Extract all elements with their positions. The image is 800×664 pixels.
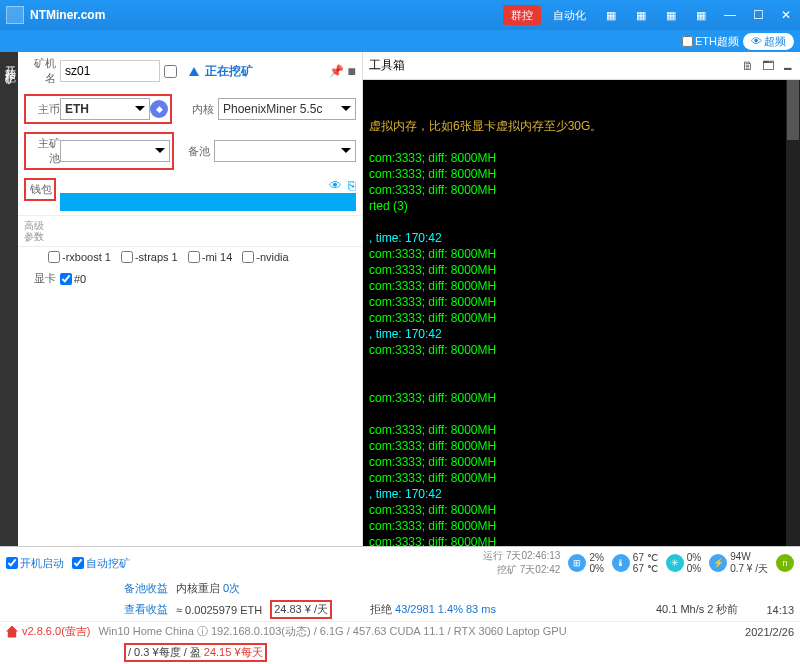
auto-mine-checkbox[interactable]: 自动挖矿: [72, 556, 130, 571]
temp-value: 67 ℃: [633, 552, 658, 563]
clock-time: 14:13: [766, 604, 794, 616]
backup-pool-label: 备池: [178, 144, 210, 159]
coin-dropdown[interactable]: ETH: [60, 98, 150, 120]
opt-rxboost-checkbox[interactable]: -rxboost 1: [48, 251, 111, 263]
console-line: com:3333; diff: 8000MH: [369, 182, 794, 198]
console-panel: 工具箱 🗎 🗔 🗕 虚拟内存，比如6张显卡虚拟内存至少30G。 com:3333…: [363, 52, 800, 546]
power-icon: ⚡: [709, 554, 727, 572]
opt-straps-checkbox[interactable]: -straps 1: [121, 251, 178, 263]
console-line: com:3333; diff: 8000MH: [369, 278, 794, 294]
console-scrollbar[interactable]: [786, 80, 800, 546]
eth-overclock-checkbox[interactable]: ETH超频: [682, 34, 739, 49]
toolbar-icon-4[interactable]: ▦: [688, 5, 714, 25]
runtime-value: 7天02:46:13: [506, 550, 561, 561]
miner-name-checkbox[interactable]: [164, 65, 177, 78]
console-line: [369, 406, 794, 422]
cpu-icon: ⊞: [568, 554, 586, 572]
console-line: [369, 134, 794, 150]
temp-icon: 🌡: [612, 554, 630, 572]
kernel-label: 内核: [182, 102, 214, 117]
console-line: rted (3): [369, 198, 794, 214]
console-line: 虚拟内存，比如6张显卡虚拟内存至少30G。: [369, 118, 794, 134]
fan-icon: ✳: [666, 554, 684, 572]
stop-mining-button[interactable]: ■: [348, 63, 356, 79]
console-icon-3[interactable]: 🗕: [782, 59, 794, 73]
automation-button[interactable]: 自动化: [545, 5, 594, 25]
console-line: com:3333; diff: 8000MH: [369, 438, 794, 454]
console-line: com:3333; diff: 8000MH: [369, 422, 794, 438]
mining-time-value: 7天02:42: [520, 564, 561, 575]
console-line: com:3333; diff: 8000MH: [369, 246, 794, 262]
status-bar: 开机启动 自动挖矿 运行 7天02:46:13 挖矿 7天02:42 ⊞ 2%0…: [0, 546, 800, 664]
console-icon-1[interactable]: 🗎: [742, 59, 754, 73]
profit-box: / 0.3 ¥每度 / 盈 24.15 ¥每天: [124, 643, 267, 662]
close-button[interactable]: ✕: [772, 0, 800, 30]
wallet-copy-icon[interactable]: ⎘: [348, 178, 356, 193]
opt-nvidia-checkbox[interactable]: -nvidia: [242, 251, 288, 263]
wallet-bar[interactable]: [60, 193, 356, 211]
console-line: com:3333; diff: 8000MH: [369, 534, 794, 546]
main-pool-dropdown[interactable]: [60, 140, 170, 162]
boot-start-checkbox[interactable]: 开机启动: [6, 556, 64, 571]
console-line: [369, 358, 794, 374]
date-value: 2021/2/26: [745, 626, 794, 638]
console-line: com:3333; diff: 8000MH: [369, 518, 794, 534]
wallet-label: 钱包: [24, 178, 56, 201]
mining-status-label: 正在挖矿: [205, 63, 253, 80]
revenue-daily: 24.83 ¥ /天: [270, 600, 332, 619]
eye-icon: 👁: [751, 35, 762, 47]
maximize-button[interactable]: ☐: [744, 0, 772, 30]
kernel-restart-link[interactable]: 0次: [223, 582, 240, 594]
console-icon-2[interactable]: 🗔: [762, 59, 774, 73]
console-line: , time: 170:42: [369, 230, 794, 246]
wallet-eye-icon[interactable]: 👁: [329, 178, 342, 193]
console-output: 虚拟内存，比如6张显卡虚拟内存至少30G。 com:3333; diff: 80…: [363, 80, 800, 546]
pool-label: 主矿池: [28, 136, 60, 166]
app-logo-icon: [6, 6, 24, 24]
eth-icon: ◆: [150, 100, 168, 118]
profit-value: 24.15 ¥每天: [204, 646, 263, 658]
backup-pool-revenue-link[interactable]: 备池收益: [124, 581, 168, 596]
overclock-bar: ETH超频 👁 超频: [0, 30, 800, 52]
gpu-label: 显卡: [24, 271, 56, 286]
app-title: NTMiner.com: [30, 8, 105, 22]
fan-value: 0%: [687, 552, 701, 563]
toolbar-icon-3[interactable]: ▦: [658, 5, 684, 25]
console-line: [369, 214, 794, 230]
toolbar-icon-2[interactable]: ▦: [628, 5, 654, 25]
console-line: com:3333; diff: 8000MH: [369, 390, 794, 406]
config-panel: 矿机名 正在挖矿 📌 ■ 主币 ETH ◆ 内核 PhoenixMiner 5.…: [18, 52, 363, 546]
start-mining-tab[interactable]: 开始挖矿: [0, 52, 18, 546]
coin-value: ETH: [65, 102, 89, 116]
hashrate-value: 40.1 Mh/s 2 秒前: [656, 602, 739, 617]
console-line: com:3333; diff: 8000MH: [369, 342, 794, 358]
overclock-pill-label: 超频: [764, 34, 786, 49]
gpu-0-checkbox[interactable]: #0: [60, 273, 86, 285]
version-label: v2.8.6.0(萤吉): [6, 624, 90, 639]
toolbar-icon-1[interactable]: ▦: [598, 5, 624, 25]
backup-pool-dropdown[interactable]: [214, 140, 356, 162]
minimize-button[interactable]: —: [716, 0, 744, 30]
house-icon: [6, 626, 18, 638]
cpu-percent: 2%: [589, 552, 603, 563]
cluster-control-button[interactable]: 群控: [503, 5, 541, 25]
coin-label: 主币: [28, 102, 60, 117]
kernel-value: PhoenixMiner 5.5c: [223, 102, 322, 116]
console-line: com:3333; diff: 8000MH: [369, 150, 794, 166]
view-revenue-link[interactable]: 查看收益: [124, 602, 168, 617]
opt-mi-checkbox[interactable]: -mi 14: [188, 251, 233, 263]
console-line: com:3333; diff: 8000MH: [369, 502, 794, 518]
titlebar: NTMiner.com 群控 自动化 ▦ ▦ ▦ ▦ — ☐ ✕: [0, 0, 800, 30]
toolbox-label[interactable]: 工具箱: [369, 57, 405, 74]
advanced-label-1: 高级: [24, 220, 44, 231]
revenue-eth: ≈ 0.0025979 ETH: [176, 604, 262, 616]
miner-name-input[interactable]: [60, 60, 160, 82]
eth-overclock-label: ETH超频: [695, 34, 739, 49]
power-value: 94W: [730, 551, 768, 562]
overclock-pill-button[interactable]: 👁 超频: [743, 33, 794, 50]
reject-stats[interactable]: 43/2981 1.4% 83 ms: [395, 603, 496, 615]
pin-icon[interactable]: 📌: [329, 64, 344, 78]
kernel-dropdown[interactable]: PhoenixMiner 5.5c: [218, 98, 356, 120]
system-info: Win10 Home China ⓘ 192.168.0.103(动态) / 6…: [98, 624, 566, 639]
miner-name-label: 矿机名: [24, 56, 56, 86]
